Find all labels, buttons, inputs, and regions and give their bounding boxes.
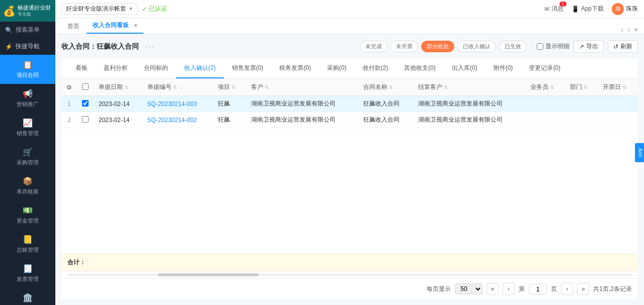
page-total: 共1页,2条记录 xyxy=(593,285,632,293)
col-number: 单据编号⇅ xyxy=(142,79,213,96)
tab-next-btn[interactable]: › xyxy=(627,26,630,34)
sidebar-item-project-contract[interactable]: 📋 项目合同 xyxy=(0,55,55,84)
sidebar-search[interactable]: 🔍 搜索菜单 xyxy=(0,22,55,38)
sidebar-item-invoice[interactable]: 🧾 发票管理 xyxy=(0,259,55,288)
sort-icon[interactable]: ⇅ xyxy=(584,84,588,90)
cell-contract: 狂飙收入合同 xyxy=(358,96,413,112)
inner-tab-purchase[interactable]: 采购(0) xyxy=(319,59,355,78)
inner-tab-payment[interactable]: 收付款(2) xyxy=(355,59,396,78)
sidebar-item-tax[interactable]: 🏛️ 税务管理 xyxy=(0,288,55,305)
table-settings-col[interactable]: ⚙ xyxy=(61,79,77,96)
last-page-btn[interactable]: » xyxy=(577,283,589,295)
sort-icon[interactable]: ⇅ xyxy=(231,84,235,90)
sidebar-item-purchase[interactable]: 🛒 采购管理 xyxy=(0,142,55,171)
table-row[interactable]: 2 2023-02-14 SQ-20230214-002 狂飙 湖南卫视商业运营… xyxy=(61,112,638,128)
sidebar-item-marketing[interactable]: 📢 营销推广 xyxy=(0,84,55,113)
status-btn-partial-payment[interactable]: 部分收款 xyxy=(421,41,454,52)
quick-nav-label: 快捷导航 xyxy=(16,42,40,51)
inner-tab-sales-invoice[interactable]: 销售发票(0) xyxy=(224,59,272,78)
show-detail-checkbox[interactable] xyxy=(537,43,543,50)
inner-tab-tax-invoice[interactable]: 税务发票(0) xyxy=(271,59,319,78)
funds-icon: 💵 xyxy=(23,206,33,215)
sort-icon[interactable]: ⇅ xyxy=(444,84,448,90)
sort-icon[interactable]: ⇅ xyxy=(622,84,626,90)
tab-prev-btn[interactable]: ‹ xyxy=(621,26,623,34)
inner-tab-other-income[interactable]: 其他收支(0) xyxy=(396,59,444,78)
cell-project: 狂飙 xyxy=(213,96,246,112)
sort-icon[interactable]: ⇅ xyxy=(389,84,393,90)
refresh-icon: ↺ xyxy=(613,43,618,50)
prev-page-btn[interactable]: ‹ xyxy=(503,283,515,295)
horizontal-scrollbar[interactable] xyxy=(61,271,638,278)
sort-icon[interactable]: ⇅ xyxy=(550,84,554,90)
right-float-btn[interactable]: Arm xyxy=(635,143,644,162)
status-btn-incomplete[interactable]: 未完成 xyxy=(360,41,387,52)
tab-income-contract-board[interactable]: 收入合同看板 × xyxy=(87,17,143,34)
export-btn[interactable]: ↗ 导出 xyxy=(574,40,604,53)
sort-icon[interactable]: ⇅ xyxy=(124,84,128,90)
user-menu[interactable]: 珠 珠珠 xyxy=(612,3,638,15)
row-checkbox[interactable] xyxy=(77,96,94,112)
project-contract-icon: 📋 xyxy=(23,60,33,69)
table-checkbox-col[interactable] xyxy=(77,79,94,96)
sidebar-item-funds[interactable]: 💵 资金管理 xyxy=(0,200,55,230)
more-btn[interactable]: ··· xyxy=(145,42,154,51)
tab-label: 收入合同看板 xyxy=(93,21,129,30)
inner-tab-income-confirm[interactable]: 收入确认(2) xyxy=(176,59,224,78)
settings-icon[interactable]: ⚙ xyxy=(66,84,72,91)
marketing-icon: 📢 xyxy=(23,89,33,98)
table-scroll[interactable]: ⚙ 单据日期⇅ 单据编号⇅ 项目⇅ 客户⇅ 合同名称⇅ 结算客户⇅ 业务员⇅ xyxy=(61,79,638,254)
sort-icon[interactable]: ⇅ xyxy=(265,84,269,90)
sort-icon[interactable]: ⇅ xyxy=(173,84,177,90)
first-page-btn[interactable]: « xyxy=(487,283,499,295)
sidebar-item-general-ledger[interactable]: 📒 总账管理 xyxy=(0,230,55,259)
next-page-btn[interactable]: › xyxy=(561,283,573,295)
sidebar-item-label: 资金管理 xyxy=(17,217,39,225)
col-settle-customer: 结算客户⇅ xyxy=(413,79,525,96)
tab-close-all-btn[interactable]: × xyxy=(634,26,638,34)
select-all-checkbox[interactable] xyxy=(82,83,89,90)
app-download-btn[interactable]: 📱 App下载 xyxy=(572,5,604,13)
quick-nav-icon: ⚡ xyxy=(5,43,13,50)
row-num: 2 xyxy=(61,112,77,128)
sidebar: 💰 畅捷通好业财 专业版 🔍 搜索菜单 ⚡ 快捷导航 📋 项目合同 📢 营销推广… xyxy=(0,0,55,305)
status-btn-income-confirmed[interactable]: 已收入确认 xyxy=(457,41,496,52)
sidebar-item-inventory[interactable]: 📦 库存核算 xyxy=(0,171,55,200)
cell-customer: 湖南卫视商业运营发展有限公司 xyxy=(246,96,358,112)
refresh-btn[interactable]: ↺ 刷新 xyxy=(608,40,638,53)
table-row[interactable]: 1 2023-02-14 SQ-20230214-003 狂飙 湖南卫视商业运营… xyxy=(61,96,638,112)
status-btn-effective[interactable]: 已生效 xyxy=(499,41,527,52)
sidebar-item-label: 项目合同 xyxy=(17,71,39,79)
status-btn-uninvoiced[interactable]: 未开票 xyxy=(390,41,418,52)
sidebar-quick-nav[interactable]: ⚡ 快捷导航 xyxy=(0,38,55,55)
show-detail-checkbox-label[interactable]: 显示明细 xyxy=(537,42,570,51)
logo-icon: 💰 xyxy=(3,5,16,17)
app-download-label: App下载 xyxy=(581,5,604,13)
inner-tab-attachments[interactable]: 附件(0) xyxy=(486,59,521,78)
company-selector[interactable]: 好业财专业版演示帐套 ▼ xyxy=(61,3,138,15)
inner-tab-warehouse[interactable]: 出入库(0) xyxy=(444,59,486,78)
doc-number-link[interactable]: SQ-20230214-003 xyxy=(147,100,197,108)
cell-settle-customer: 湖南卫视商业运营发展有限公司 xyxy=(413,112,525,128)
inner-tab-contract-subject[interactable]: 合同标的 xyxy=(136,59,176,78)
cell-date: 2023-02-14 xyxy=(94,96,142,112)
tab-home[interactable]: 首页 xyxy=(61,18,86,34)
per-page-select[interactable]: 50 20 100 200 xyxy=(455,283,482,294)
inner-tab-change-log[interactable]: 变更记录(0) xyxy=(521,59,569,78)
doc-number-link[interactable]: SQ-20230214-002 xyxy=(147,117,197,124)
sidebar-item-sales[interactable]: 📈 销售管理 xyxy=(0,113,55,142)
sidebar-item-label: 总账管理 xyxy=(17,246,39,254)
page-input[interactable] xyxy=(529,284,547,294)
certified-text: 已认证 xyxy=(149,5,167,13)
table-container: 看板 盈利分析 合同标的 收入确认(2) 销售发票(0) 税务发票(0) 采购(… xyxy=(61,59,638,299)
scrollbar-thumb[interactable] xyxy=(158,273,259,276)
inner-tab-kanban[interactable]: 看板 xyxy=(67,59,96,78)
row-checkbox[interactable] xyxy=(77,112,94,128)
page-label-before: 第 xyxy=(519,285,525,293)
col-contract: 合同名称⇅ xyxy=(358,79,413,96)
row-num: 1 xyxy=(61,96,77,112)
app-sub: 专业版 xyxy=(18,11,51,18)
inner-tab-profit[interactable]: 盈利分析 xyxy=(96,59,136,78)
message-btn[interactable]: ✉ 1 消息 xyxy=(544,5,564,13)
tab-close-icon[interactable]: × xyxy=(134,22,137,29)
